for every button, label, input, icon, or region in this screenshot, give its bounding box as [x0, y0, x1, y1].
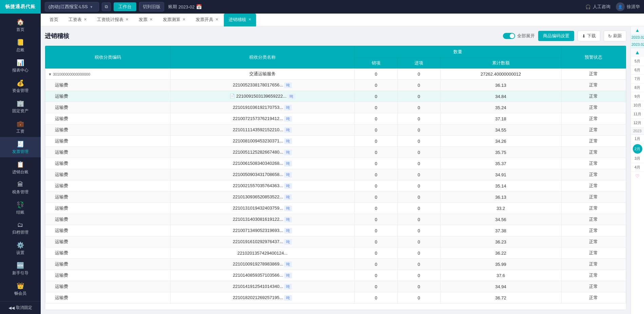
sidebar-item-purchase-sales[interactable]: 📋 进销台账	[0, 157, 41, 178]
table-row[interactable]: 运输费 2210061508340340268... 吨 0 0 35.37 正…	[45, 158, 626, 169]
table-row[interactable]: 运输费 2210021557035764363... 吨 0 0 35.14 正…	[45, 180, 626, 192]
table-row[interactable]: 运输费 2210131019432403759... 吨 0 0 33.2 正常	[45, 203, 626, 214]
cal-year-2023-02-bot: 2023.02	[631, 41, 644, 48]
cell-forecast: 正常	[561, 158, 626, 169]
tab-salary[interactable]: 工资表 ✕	[64, 14, 92, 26]
cell-purchase: 0	[397, 124, 440, 136]
cell-forecast: 正常	[561, 169, 626, 180]
cal-month-3[interactable]: 3月	[631, 154, 644, 163]
cell-item-name: 运输费	[45, 281, 171, 292]
cal-month-9[interactable]: 9月	[631, 92, 644, 101]
heart-icon[interactable]: ♡	[634, 172, 641, 180]
invoice-mgmt-icon: 🧾	[17, 140, 24, 148]
toggle-track[interactable]	[503, 33, 515, 39]
cal-month-12[interactable]: 12月	[631, 119, 644, 127]
company-selector[interactable]: (勿动)江西报宝-LSS ▼	[45, 2, 99, 12]
download-button[interactable]: ⬇ 下载	[578, 31, 600, 41]
goods-settings-button[interactable]: 商品编码设置	[538, 31, 574, 41]
table-row[interactable]: 运输费 2210081009453230371... 吨 0 0 34.26 正…	[45, 136, 626, 147]
table-row[interactable]: 运输费 2210111143592152210... 吨 0 0 34.55 正…	[45, 124, 626, 136]
tab-home[interactable]: 首页	[45, 14, 63, 26]
table-row[interactable]: 运输费 2210191610292976437... 吨 0 0 36.23 正…	[45, 236, 626, 248]
cal-month-5[interactable]: 5月	[631, 57, 644, 66]
tab-invoice-open-label: 发票开具	[196, 17, 213, 23]
sidebar-item-tax[interactable]: 🏛 税务管理	[0, 178, 41, 198]
switch-old-button[interactable]: 切到旧版	[139, 2, 164, 12]
headset-icon: 🎧	[585, 4, 591, 9]
table-row[interactable]: 运输费 2210182021269257195... 吨 0 0 36.72 正…	[45, 292, 626, 303]
table-row[interactable]: 运输费 2210072157376219412... 吨 0 0 37.18 正…	[45, 113, 626, 124]
cell-sales: 0	[355, 270, 397, 281]
cell-sales: 0	[355, 225, 397, 236]
copy-button[interactable]: ⧉	[102, 2, 111, 11]
cal-month-2-active[interactable]: 2月	[633, 144, 642, 154]
tab-salary-stats-close[interactable]: ✕	[125, 17, 129, 22]
cal-month-6[interactable]: 6月	[631, 66, 644, 75]
tab-salary-stats[interactable]: 工资统计报表 ✕	[92, 14, 133, 26]
table-row[interactable]: 运输费 2210201357429400124... 0 0 36.22 正常	[45, 248, 626, 259]
tab-salary-close[interactable]: ✕	[84, 17, 87, 22]
sidebar-item-home[interactable]: 🏠 首页	[0, 15, 41, 35]
tab-invoice-close[interactable]: ✕	[150, 17, 153, 22]
cal-month-1[interactable]: 1月	[631, 135, 644, 143]
sidebar-item-member[interactable]: 👑 畅会员	[0, 279, 41, 299]
sidebar-item-ledger[interactable]: 📒 总账	[0, 35, 41, 56]
cal-month-10[interactable]: 10月	[631, 101, 644, 110]
user-info[interactable]: 👤 徐涯华	[616, 2, 640, 11]
sidebar-item-assets[interactable]: 🏢 固定资产	[0, 96, 41, 117]
cal-month-4[interactable]: 4月	[631, 163, 644, 172]
tab-invoice-open[interactable]: 发票开具 ✕	[191, 14, 223, 26]
tab-purchase-sales-close[interactable]: ✕	[248, 17, 251, 22]
company-name: (勿动)江西报宝-LSS	[48, 4, 88, 10]
sidebar-item-report[interactable]: 📊 报表中心	[0, 56, 41, 76]
sidebar-item-guide[interactable]: 🆕 新手引导	[0, 258, 41, 279]
tab-invoice-calc[interactable]: 发票测算 ✕	[158, 14, 190, 26]
table-container: 税收分类编码 税收分类名称 数量 预警状态 销项 进项 累计数额	[45, 45, 626, 310]
cal-month-7[interactable]: 7月	[631, 75, 644, 83]
table-row[interactable]: 运输费 2210051125282667480... 吨 0 0 35.75 正…	[45, 147, 626, 158]
workbench-button[interactable]: 工作台	[114, 2, 136, 11]
expand-toggle[interactable]: 全部展开	[503, 33, 535, 39]
tab-invoice-calc-close[interactable]: ✕	[182, 17, 186, 22]
scroll-up-button[interactable]: ▲	[631, 26, 644, 34]
sidebar-item-salary[interactable]: 💼 工资	[0, 117, 41, 137]
cell-forecast: 正常	[561, 192, 626, 203]
cell-purchase: 0	[397, 113, 440, 124]
scroll-up2-button[interactable]: ▲	[631, 48, 644, 57]
cal-month-11[interactable]: 11月	[631, 110, 644, 119]
cell-sales: 0	[355, 158, 397, 169]
sidebar-item-settings[interactable]: ⚙️ 设置	[0, 238, 41, 258]
sidebar-item-capital[interactable]: 💰 资金管理	[0, 76, 41, 96]
table-row[interactable]: 运输费 2210052338178017656... 吨 0 0 36.13 正…	[45, 80, 626, 91]
table-row[interactable]: 运输费 2210141912541014340... 吨 0 0 34.94 正…	[45, 281, 626, 292]
support-info[interactable]: 🎧 人工咨询	[585, 4, 610, 10]
tab-invoice-calc-label: 发票测算	[163, 17, 180, 23]
expand-icon[interactable]: ▼ 301000000000000000	[48, 72, 90, 76]
table-row[interactable]: 运输费 2210071349052319693... 吨 0 0 37.38 正…	[45, 225, 626, 236]
sidebar-item-invoice-mgmt[interactable]: 🧾 发票管理	[0, 137, 41, 157]
purchase-sales-icon: 📋	[17, 161, 24, 168]
unpin-button[interactable]: ◀◀ 取消固定	[0, 301, 41, 314]
salary-icon: 💼	[17, 120, 24, 127]
table-row[interactable]: ▼ 301000000000000000 交通运输服务 0 0 27262.40…	[45, 68, 626, 80]
table-row[interactable]: 运输费 2210130936520853522... 吨 0 0 36.13 正…	[45, 192, 626, 203]
sidebar-item-archive[interactable]: 🗂 归档管理	[0, 218, 41, 238]
table-row[interactable]: 运输费 2210140859357103566... 吨 0 0 37.6 正常	[45, 270, 626, 281]
table-row[interactable]: 运输费 2210131403081619122... 吨 0 0 34.56 正…	[45, 214, 626, 225]
calendar-icon[interactable]: 📅	[196, 4, 202, 9]
cell-item-name: 运输费	[45, 292, 171, 303]
sidebar-item-label: 资金管理	[12, 88, 28, 94]
cell-cumulative: 35.14	[440, 180, 561, 192]
table-row[interactable]: 运输费 📄2210091503139659222... 吨 0 0 34.84 …	[45, 91, 626, 102]
table-row[interactable]: 运输费 2210100919278983869... 吨 0 0 35.99 正…	[45, 259, 626, 270]
cell-purchase: 0	[397, 136, 440, 147]
cal-month-8[interactable]: 8月	[631, 83, 644, 92]
table-row[interactable]: 运输费 2210050903431708658... 吨 0 0 34.91 正…	[45, 169, 626, 180]
refresh-button[interactable]: ↻ 刷新	[604, 31, 626, 41]
tab-invoice-open-close[interactable]: ✕	[215, 17, 218, 22]
table-row[interactable]: 运输费 2210191036192170753... 吨 0 0 35.24 正…	[45, 102, 626, 113]
tab-invoice[interactable]: 发票 ✕	[134, 14, 157, 26]
tab-purchase-sales[interactable]: 进销稽核 ✕	[224, 14, 256, 26]
cell-item-name: 运输费	[45, 225, 171, 236]
sidebar-item-settle[interactable]: 💱 结账	[0, 198, 41, 218]
